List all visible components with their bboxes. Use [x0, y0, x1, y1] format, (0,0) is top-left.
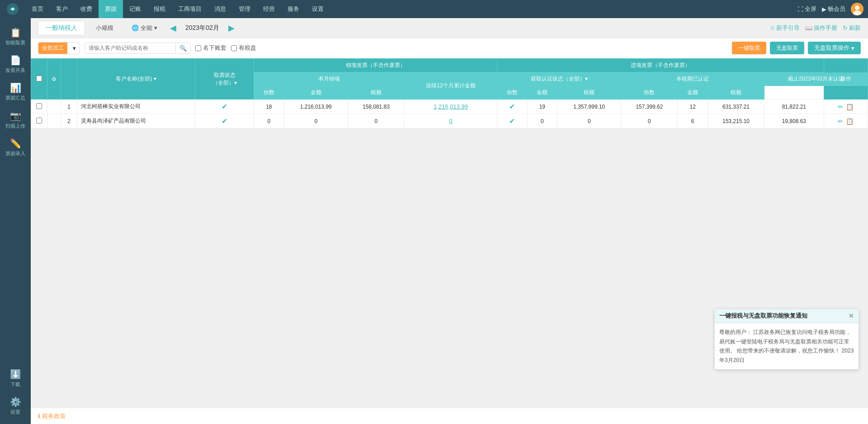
nav-home[interactable]: 首页 [25, 0, 50, 18]
avatar[interactable] [851, 3, 863, 15]
notification-body: 尊敬的用户： 江苏政务网已恢复访问电子税务局功能，易代账一键登陆电子税务局与无盘… [715, 323, 859, 369]
th-uncert-tax: 税额 [708, 86, 764, 100]
cert-status-icon: ✔ [509, 117, 515, 125]
tab-all-label: 全能 [141, 24, 152, 32]
nav-settings[interactable]: 设置 [306, 0, 330, 18]
accumulated-link[interactable]: 0 [449, 118, 452, 124]
th-checkbox [31, 59, 47, 100]
th-cert-tax: 税额 [557, 86, 621, 100]
sidebar-item-invoice-summary[interactable]: 📊 票据汇总 [0, 78, 31, 105]
settings-icon: ⚙️ [10, 396, 21, 407]
logo [5, 1, 21, 17]
row-month-tax: 0 [348, 114, 404, 129]
sidebar-item-invoice-open[interactable]: 📄 发票开具 [0, 50, 31, 78]
nav-tax[interactable]: 报税 [147, 0, 172, 18]
employee-select[interactable]: 全部员工 ▾ [38, 42, 80, 54]
cert-status-icon: ✔ [509, 103, 515, 110]
view-icon[interactable]: 📋 [846, 118, 854, 125]
row-settings-cell [47, 100, 61, 114]
earth-icon: 🌐 [132, 24, 139, 31]
th-customer-name: 客户名称(全部) ▾ [77, 59, 195, 100]
th-accumulated: 连续12个月累计金额 [404, 72, 497, 100]
nav-message[interactable]: 消息 [208, 0, 232, 18]
row-ticket-status: ✔ [195, 100, 254, 114]
prev-month-btn[interactable]: ◀ [168, 23, 178, 33]
nav-manage[interactable]: 管理 [232, 0, 257, 18]
scan-upload-icon: 📷 [10, 110, 21, 121]
sidebar-item-settings[interactable]: ⚙️ 设置 [0, 392, 31, 419]
row-uncert-tax: 81,822.21 [764, 100, 824, 114]
nav-items: 首页 客户 收费 票据 记账 报税 工商项目 消息 管理 经营 服务 设置 [25, 0, 797, 18]
row-checkbox[interactable] [36, 103, 42, 109]
th-uncert-amount: 金额 [678, 86, 708, 100]
sidebar-bottom: ⬇️ 下载 ⚙️ 设置 [0, 364, 31, 424]
sidebar-item-scan-upload[interactable]: 📷 扫描上传 [0, 106, 31, 133]
refresh-btn[interactable]: ↻ 刷新 [843, 24, 861, 32]
nav-accounting[interactable]: 记账 [123, 0, 147, 18]
edit-icon[interactable]: ✏ [838, 118, 843, 125]
tax-policy-label: 税务政策 [42, 412, 66, 420]
member-label: 畅会员 [828, 5, 845, 13]
fullscreen-btn[interactable]: ⛶ 全屏 [797, 5, 816, 13]
select-all-checkbox[interactable] [36, 76, 42, 81]
current-date: 2023年02月 [185, 24, 219, 32]
account-label: 名下账套 [203, 44, 226, 52]
sidebar-label-settings: 设置 [10, 409, 20, 415]
notification-close-btn[interactable]: ✕ [849, 312, 854, 319]
next-month-btn[interactable]: ▶ [226, 23, 236, 33]
row-uncert-amount: 631,337.21 [708, 100, 764, 114]
invoice-entry-icon: ✏️ [10, 138, 21, 149]
sidebar-item-invoice-entry[interactable]: ✏️ 票据录入 [0, 133, 31, 161]
row-cert-status: ✔ [497, 114, 528, 129]
nav-customer[interactable]: 客户 [50, 0, 74, 18]
one-click-ticket-btn[interactable]: 一键取票 [732, 42, 766, 54]
nav-operation[interactable]: 经营 [257, 0, 281, 18]
nav-invoice[interactable]: 票据 [99, 0, 123, 18]
row-month-tax: 158,081.83 [348, 100, 404, 114]
nav-right: ⛶ 全屏 ▶ 畅会员 [797, 3, 863, 15]
search-button[interactable]: 🔍 [175, 43, 190, 53]
account-checkbox-label[interactable]: 名下账套 [195, 44, 226, 52]
sidebar-label-invoice-summary: 票据汇总 [5, 95, 25, 101]
nav-fee[interactable]: 收费 [74, 0, 99, 18]
play-icon: ▶ [822, 6, 826, 13]
row-cert-tax: 0 [621, 114, 678, 129]
account-checkbox[interactable] [195, 45, 201, 51]
no-disk-operation-btn[interactable]: 无盘取票操作 ▾ [808, 42, 861, 54]
invoice-table: ⚙ 客户名称(全部) ▾ 取票状态（全部）▾ 销项发票（不含作废票） 进项发票（… [31, 58, 868, 129]
manual-btn[interactable]: 📖 操作手册 [805, 24, 837, 32]
tax-policy-link[interactable]: ℹ 税务政策 [38, 412, 66, 420]
row-settings-cell [47, 114, 61, 129]
sidebar-item-download[interactable]: ⬇️ 下载 [0, 364, 31, 392]
accumulated-link[interactable]: 1,216,013.99 [434, 103, 468, 110]
taxpad-checkbox-label[interactable]: 有税盘 [231, 44, 256, 52]
row-cert-amount: 1,357,999.10 [557, 100, 621, 114]
row-checkbox[interactable] [36, 118, 42, 124]
tab-actions: ✩ 新手引导 📖 操作手册 ↻ 刷新 [770, 24, 861, 32]
sidebar-label-invoice-entry: 票据录入 [5, 151, 25, 157]
info-icon: ℹ [38, 413, 40, 419]
tab-general-taxpayer[interactable]: 一般纳税人 [38, 21, 85, 35]
nav-service[interactable]: 服务 [281, 0, 306, 18]
taxpad-checkbox[interactable] [231, 45, 237, 51]
row-uncert-count: 12 [678, 100, 708, 114]
no-disk-ticket-btn[interactable]: 无盘取票 [770, 42, 804, 54]
edit-icon[interactable]: ✏ [838, 103, 843, 110]
sidebar-item-smart-ticket[interactable]: 📋 智能取票 [0, 23, 31, 50]
notification-popup: 一键报税与无盘取票功能恢复通知 ✕ 尊敬的用户： 江苏政务网已恢复访问电子税务局… [714, 309, 859, 370]
row-cert-tax: 157,399.62 [621, 100, 678, 114]
tab-all[interactable]: 🌐 全能 ▾ [124, 21, 165, 35]
tab-bar: 一般纳税人 小规模 🌐 全能 ▾ ◀ 2023年02月 ▶ ✩ 新手引导 📖 操… [31, 18, 868, 38]
row-checkbox-cell [31, 100, 47, 114]
row-uncert-count: 6 [678, 114, 708, 129]
new-guide-btn[interactable]: ✩ 新手引导 [770, 24, 800, 32]
search-input[interactable] [85, 43, 175, 53]
view-icon[interactable]: 📋 [846, 103, 854, 110]
member-btn[interactable]: ▶ 畅会员 [822, 5, 845, 13]
table-row: 2 灵寿县尚泽矿产品有限公司 ✔ 0 0 0 0 ✔ 0 0 0 6 153,2… [31, 114, 868, 129]
dropdown-arrow-icon: ▾ [851, 45, 854, 52]
nav-business[interactable]: 工商项目 [172, 0, 208, 18]
toolbar: 全部员工 ▾ 🔍 名下账套 有税盘 一键取票 无盘取票 [31, 38, 868, 58]
row-month-count: 0 [254, 114, 284, 129]
tab-small-scale[interactable]: 小规模 [89, 21, 121, 35]
